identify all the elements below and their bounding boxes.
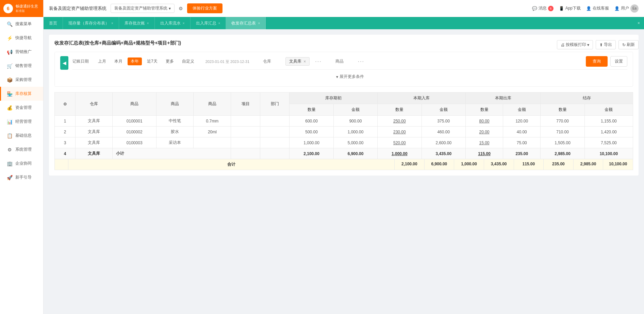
sidebar-item-label: 搜索菜单 (15, 21, 32, 27)
col-project-header: 项目 (231, 93, 260, 116)
subtotal-in-qty[interactable]: 1,000.00 (378, 148, 422, 159)
sidebar-item-search[interactable]: 🔍 搜索菜单 (0, 17, 43, 31)
tab-home[interactable]: 首页 (44, 17, 63, 29)
goods-more-dots[interactable]: ··· (358, 59, 364, 65)
refresh-icon: ↻ (622, 43, 626, 47)
subtotal-close-amt: 10,100.00 (584, 148, 633, 159)
tab-flow[interactable]: 出入库流水 × (155, 17, 191, 29)
row-code: 0100003 (113, 137, 156, 148)
sidebar-item-label: 销售管理 (15, 63, 32, 69)
sidebar-item-finance[interactable]: 💰 资金管理 (0, 101, 43, 115)
sidebar-item-basic-info[interactable]: 📋 基础信息 (0, 129, 43, 143)
phone-icon: 📱 (559, 6, 564, 11)
row-spec: 20ml (194, 127, 231, 137)
row-in-amt: 460.00 (422, 127, 465, 137)
row-out-qty[interactable]: 80.00 (465, 116, 503, 127)
total-label: 合计 (68, 159, 395, 170)
tabbar-close-btn[interactable]: × (633, 17, 644, 29)
warehouse-remove-icon[interactable]: × (303, 59, 306, 64)
tab-batch[interactable]: 库存批次账 × (119, 17, 155, 29)
date-btn-this-year[interactable]: 本年 (128, 57, 142, 65)
filter-collapse-btn[interactable]: ◀ (60, 56, 68, 70)
chevron-down-icon: ▾ (169, 6, 171, 11)
sidebar-item-enterprise[interactable]: 🏢 企业协同 (0, 156, 43, 170)
page-title: 收发存汇总表(按仓库+商品编码+商品+规格型号+项目+部门) (54, 40, 633, 46)
subtotal-dept (260, 148, 290, 159)
tabbar: 首页 现存量（库存分布表） × 库存批次账 × 出入库流水 × 出入库汇总 × … (44, 17, 644, 29)
col-opening-header: 库存期初 (290, 93, 378, 104)
query-btn[interactable]: 查询 (586, 56, 608, 67)
subtotal-out-qty[interactable]: 115.00 (465, 148, 503, 159)
message-btn[interactable]: 💬 消息 6 (532, 5, 554, 11)
col-in-qty: 数量 (378, 104, 422, 116)
sidebar-item-inventory[interactable]: 🏪 库存核算 (0, 87, 43, 101)
main-content: 收发存汇总表(按仓库+商品编码+商品+规格型号+项目+部门) 🖨 按模板打印 ▾… (44, 29, 644, 314)
date-btn-more[interactable]: 更多 (163, 57, 177, 65)
col-out-qty: 数量 (465, 104, 503, 116)
sidebar-item-system[interactable]: ⚙ 系统管理 (0, 143, 43, 156)
row-in-qty[interactable]: 230.00 (378, 127, 422, 137)
row-in-qty[interactable]: 520.00 (378, 137, 422, 148)
date-btn-7days[interactable]: 近7天 (144, 57, 161, 65)
sidebar-item-quick-nav[interactable]: ⚡ 快捷导航 (0, 31, 43, 45)
tab-stock-dist[interactable]: 现存量（库存分布表） × (63, 17, 119, 29)
sidebar-item-sales[interactable]: 🛒 销售管理 (0, 59, 43, 73)
tab-label: 库存批次账 (125, 20, 145, 26)
template-print-btn[interactable]: 🖨 按模板打印 ▾ (557, 40, 593, 49)
row-in-qty[interactable]: 250.00 (378, 116, 422, 127)
sidebar-item-label: 企业协同 (15, 161, 32, 166)
tab-close-icon[interactable]: × (183, 21, 185, 25)
user-avatar: Ea (630, 4, 639, 13)
tab-close-icon[interactable]: × (258, 21, 260, 25)
row-project (231, 116, 260, 127)
refresh-btn[interactable]: ↻ 刷新 (618, 40, 639, 49)
experience-btn[interactable]: 体验行业方案 (187, 3, 222, 13)
row-in-amt: 2,600.00 (422, 137, 465, 148)
app-download-btn[interactable]: 📱 App下载 (559, 5, 581, 11)
tab-summary-out[interactable]: 出入库汇总 × (191, 17, 226, 29)
row-open-qty: 500.00 (290, 127, 333, 137)
basic-info-icon: 📋 (6, 133, 13, 138)
sidebar-item-marketing[interactable]: 📢 营销推广 (0, 45, 43, 59)
row-open-amt: 900.00 (333, 116, 377, 127)
row-in-amt: 375.00 (422, 116, 465, 127)
tab-close-icon[interactable]: × (218, 21, 220, 25)
sidebar-item-operations[interactable]: 📊 经营管理 (0, 115, 43, 129)
sidebar-item-purchase[interactable]: 📦 采购管理 (0, 73, 43, 87)
marketing-icon: 📢 (6, 49, 13, 55)
date-btn-last-month[interactable]: 上月 (95, 57, 109, 65)
warehouse-more-dots[interactable]: ··· (315, 59, 321, 65)
row-dept (260, 116, 290, 127)
tab-receive-send[interactable]: 收发存汇总表 × (226, 17, 266, 29)
row-out-qty[interactable]: 15.00 (465, 137, 503, 148)
gear-settings-icon[interactable]: ⚙ (179, 6, 183, 11)
online-service-btn[interactable]: 👤 在线客服 (586, 5, 609, 11)
col-open-amt: 金额 (333, 104, 377, 116)
date-btn-custom[interactable]: 自定义 (179, 57, 197, 65)
message-badge: 6 (548, 6, 554, 11)
export-btn[interactable]: ⬆ 导出 (596, 40, 616, 49)
row-spec (194, 137, 231, 148)
row-out-qty[interactable]: 20.00 (465, 127, 503, 137)
app-logo[interactable]: 6 畅捷通好生意 标准版 (0, 0, 43, 17)
expand-conditions-btn[interactable]: ▾ 展开更多条件 (333, 72, 367, 81)
col-spec-header: 商品 (194, 93, 231, 116)
system-dropdown[interactable]: 装备及固定资产辅助管理系统 ▾ (111, 4, 175, 13)
date-btn-this-month[interactable]: 本月 (111, 57, 126, 65)
tab-label: 首页 (49, 20, 57, 26)
date-buttons: 上月 本月 本年 近7天 更多 自定义 (95, 57, 197, 65)
col-settings[interactable]: ⚙ (55, 93, 76, 116)
tab-close-icon[interactable]: × (111, 21, 113, 25)
row-seq: 1 (55, 116, 76, 127)
sidebar-item-beginner[interactable]: 🚀 新手引导 (0, 170, 43, 184)
row-open-qty: 1,000.00 (290, 137, 333, 148)
user-btn[interactable]: 👤 用户 Ea (614, 4, 639, 13)
sidebar-item-label: 库存核算 (15, 91, 32, 97)
tab-close-icon[interactable]: × (147, 21, 149, 25)
col-name-header: 商品 (156, 93, 194, 116)
row-code: 0100002 (113, 127, 156, 137)
col-open-qty: 数量 (290, 104, 333, 116)
warehouse-tag: 文具库 × (285, 57, 310, 66)
total-label-cell (55, 159, 68, 170)
filter-settings-btn[interactable]: 设置 (610, 56, 627, 67)
